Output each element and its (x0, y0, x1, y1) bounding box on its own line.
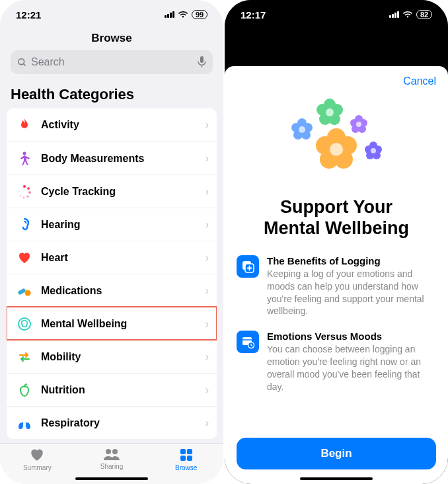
category-row-medications[interactable]: Medications› (7, 274, 217, 307)
category-label: Medications (41, 285, 102, 297)
svg-rect-11 (17, 288, 26, 295)
category-row-mental-wellbeing[interactable]: Mental Wellbeing› (7, 307, 217, 340)
apple-icon (16, 382, 33, 399)
page-title: Browse (0, 29, 223, 50)
calendar-clock-icon (237, 331, 259, 353)
category-label: Respiratory (41, 417, 100, 429)
tab-label: Browse (175, 464, 197, 471)
svg-point-9 (20, 194, 21, 196)
mic-icon[interactable] (198, 56, 206, 68)
category-row-hearing[interactable]: Hearing› (7, 208, 217, 241)
svg-point-43 (330, 143, 343, 156)
status-bar: 12:17 82 (225, 0, 448, 29)
section-title: Health Categories (0, 82, 223, 108)
cycle-icon (16, 183, 33, 200)
svg-point-31 (326, 108, 334, 116)
tab-summary[interactable]: Summary (0, 448, 75, 471)
heart-icon (16, 249, 33, 266)
cellular-icon (389, 11, 399, 18)
sheet-title: Support YourMental Wellbeing (237, 197, 436, 239)
wifi-icon (402, 11, 413, 19)
svg-point-8 (23, 196, 25, 198)
svg-point-10 (19, 191, 20, 192)
category-label: Mental Wellbeing (41, 318, 127, 330)
svg-point-25 (299, 126, 305, 133)
battery-icon: 82 (416, 10, 432, 19)
cellular-icon (165, 11, 174, 18)
svg-point-3 (23, 151, 26, 155)
info-body: You can choose between logging an emotio… (267, 343, 436, 393)
info-title: The Benefits of Logging (267, 255, 436, 266)
tab-browse[interactable]: Browse (149, 448, 223, 471)
cancel-button[interactable]: Cancel (403, 75, 436, 87)
category-row-nutrition[interactable]: Nutrition› (7, 373, 217, 406)
chevron-right-icon: › (205, 417, 209, 429)
browse-screen: 12:21 99 Browse Search Health Categories… (0, 0, 223, 484)
category-row-activity[interactable]: Activity› (7, 108, 217, 141)
arrows-icon (16, 348, 33, 366)
wellbeing-intro-screen: 12:17 82 Cancel Support YourMental Wellb… (225, 0, 448, 484)
category-row-body-measurements[interactable]: Body Measurements› (7, 141, 217, 175)
svg-rect-18 (180, 456, 186, 461)
category-label: Nutrition (41, 384, 85, 396)
chevron-right-icon: › (205, 252, 209, 264)
tab-label: Sharing (100, 463, 123, 470)
category-label: Hearing (41, 219, 81, 231)
status-bar: 12:21 99 (0, 0, 223, 29)
search-input[interactable]: Search (11, 50, 213, 74)
info-item-logging: The Benefits of Logging Keeping a log of… (237, 255, 436, 318)
category-row-cycle-tracking[interactable]: Cycle Tracking› (7, 175, 217, 208)
tab-icon (0, 448, 75, 464)
chevron-right-icon: › (205, 219, 209, 231)
svg-point-0 (19, 58, 24, 64)
tab-sharing[interactable]: Sharing (75, 448, 149, 470)
chevron-right-icon: › (205, 119, 209, 131)
info-title: Emotions Versus Moods (267, 331, 436, 342)
svg-line-1 (23, 63, 25, 65)
category-row-mobility[interactable]: Mobility› (7, 340, 217, 373)
intro-sheet: Cancel Support YourMental Wellbeing The … (225, 66, 448, 484)
svg-rect-17 (187, 449, 192, 454)
status-time: 12:21 (16, 9, 41, 20)
category-row-respiratory[interactable]: Respiratory› (7, 406, 217, 439)
category-label: Heart (41, 252, 68, 264)
body-icon (16, 150, 33, 167)
flame-icon (16, 116, 33, 134)
svg-point-14 (106, 449, 111, 454)
category-label: Cycle Tracking (41, 186, 116, 198)
decorative-flowers (237, 98, 436, 184)
search-placeholder: Search (31, 56, 65, 68)
tab-icon (149, 448, 223, 464)
wifi-icon (178, 11, 188, 19)
svg-point-4 (23, 185, 26, 188)
plus-note-icon (237, 255, 259, 278)
chevron-right-icon: › (205, 351, 209, 363)
tab-label: Summary (23, 464, 52, 471)
chevron-right-icon: › (205, 186, 209, 198)
svg-rect-16 (180, 449, 186, 454)
svg-point-5 (27, 187, 30, 190)
svg-point-49 (371, 148, 376, 153)
pills-icon (16, 282, 33, 300)
category-label: Body Measurements (41, 153, 145, 165)
svg-point-6 (28, 191, 31, 194)
status-icons: 99 (165, 10, 207, 19)
category-list: Activity›Body Measurements›Cycle Trackin… (7, 108, 217, 439)
svg-point-7 (26, 195, 28, 197)
info-body: Keeping a log of your emotions and moods… (267, 268, 436, 318)
category-row-heart[interactable]: Heart› (7, 241, 217, 274)
category-label: Activity (41, 119, 79, 131)
svg-point-12 (25, 290, 31, 296)
ear-icon (16, 216, 33, 233)
svg-point-37 (356, 122, 361, 127)
lungs-icon (16, 415, 33, 432)
search-icon (17, 58, 27, 67)
chevron-right-icon: › (205, 384, 209, 396)
status-icons: 82 (389, 10, 432, 19)
home-indicator[interactable] (300, 477, 373, 480)
begin-button[interactable]: Begin (237, 438, 436, 469)
home-indicator[interactable] (75, 477, 148, 480)
info-item-emotions: Emotions Versus Moods You can choose bet… (237, 331, 436, 393)
svg-rect-19 (187, 456, 192, 461)
battery-icon: 99 (192, 10, 207, 19)
